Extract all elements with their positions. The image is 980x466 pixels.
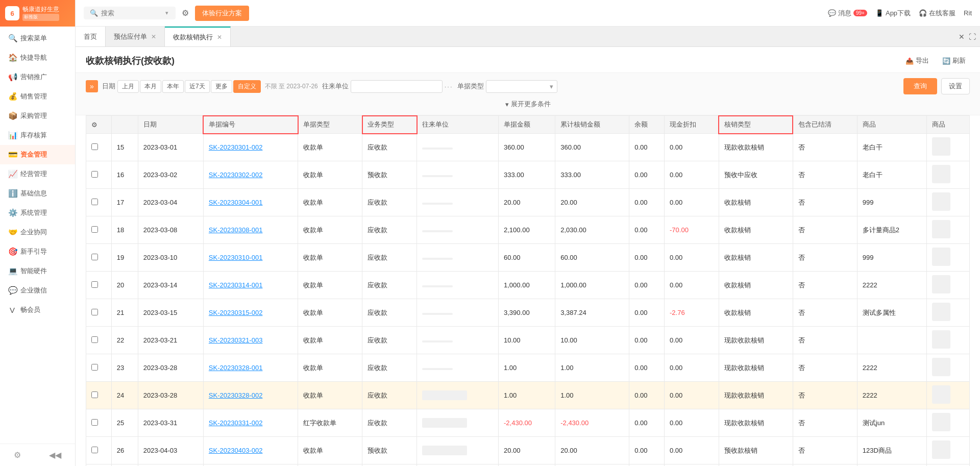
bill-no-link[interactable]: SK-20230310-001 bbox=[209, 254, 263, 261]
topbar-gear-icon[interactable]: ⚙ bbox=[182, 8, 189, 18]
th-amount: 单据金额 bbox=[499, 116, 555, 134]
bill-no-link[interactable]: SK-20230301-002 bbox=[209, 143, 263, 151]
cell-include-settled: 否 bbox=[793, 244, 857, 272]
filter-query-button[interactable]: 查询 bbox=[903, 78, 937, 94]
close-window-icon[interactable]: ✕ bbox=[959, 33, 965, 41]
th-include-settled: 包含已结清 bbox=[793, 116, 857, 134]
filter-settings-button[interactable]: 设置 bbox=[941, 78, 970, 94]
filter-7days-btn[interactable]: 近7天 bbox=[185, 80, 210, 93]
solution-button[interactable]: 体验行业方案 bbox=[195, 6, 249, 21]
wechat-icon: 💬 bbox=[8, 286, 16, 295]
cell-checkbox[interactable] bbox=[86, 299, 112, 327]
cell-checkbox[interactable] bbox=[86, 354, 112, 382]
cell-checkbox[interactable] bbox=[86, 382, 112, 409]
bill-no-link[interactable]: SK-20230328-002 bbox=[209, 391, 263, 399]
cell-biz-type: 预收款 bbox=[362, 437, 417, 464]
bill-no-link[interactable]: SK-20230331-002 bbox=[209, 419, 263, 427]
service-action[interactable]: 🎧 在线客服 bbox=[919, 9, 955, 18]
sidebar-item-hardware[interactable]: 💻智能硬件 bbox=[0, 261, 75, 281]
sidebar-item-wechat[interactable]: 💬企业微信 bbox=[0, 281, 75, 300]
refresh-button[interactable]: 🔄 刷新 bbox=[938, 54, 970, 67]
bill-no-link[interactable]: SK-20230314-001 bbox=[209, 281, 263, 289]
tab-verify-label: 收款核销执行 bbox=[173, 33, 213, 42]
tab-pending-close-icon[interactable]: ✕ bbox=[151, 33, 156, 40]
maximize-icon[interactable]: ⛶ bbox=[969, 33, 976, 41]
cell-product: 2222 bbox=[857, 272, 927, 299]
bill-no-link[interactable]: SK-20230328-001 bbox=[209, 364, 263, 372]
filter-last-month-btn[interactable]: 上月 bbox=[117, 80, 139, 93]
sidebar-item-member[interactable]: V畅会员 bbox=[0, 300, 75, 320]
filter-custom-btn[interactable]: 自定义 bbox=[233, 80, 261, 93]
filter-partner-input[interactable] bbox=[351, 80, 443, 93]
cell-bill-no: SK-20230310-001 bbox=[203, 244, 298, 272]
cell-checkbox[interactable] bbox=[86, 216, 112, 244]
export-button[interactable]: 📤 导出 bbox=[901, 54, 933, 67]
user-avatar[interactable]: Rit bbox=[964, 9, 972, 17]
bill-no-link[interactable]: SK-20230302-002 bbox=[209, 171, 263, 179]
operations-icon: 📈 bbox=[8, 169, 16, 179]
bill-no-link[interactable]: SK-20230308-001 bbox=[209, 226, 263, 234]
sidebar-item-basic[interactable]: ℹ️基础信息 bbox=[0, 184, 75, 203]
tab-home-label: 首页 bbox=[84, 32, 97, 41]
bill-no-link[interactable]: SK-20230403-002 bbox=[209, 447, 263, 454]
sidebar-item-guide[interactable]: 🎯新手引导 bbox=[0, 242, 75, 261]
cell-verify-type: 现款收款核销 bbox=[719, 464, 793, 467]
cell-checkbox[interactable] bbox=[86, 189, 112, 216]
topbar: 🔍 ▾ ⚙ 体验行业方案 💬 消息 99+ 📱 App下载 🎧 在线客服 Rit bbox=[76, 0, 980, 27]
sidebar-settings-icon[interactable]: ⚙ bbox=[10, 448, 25, 462]
tab-verify[interactable]: 收款核销执行 ✕ bbox=[165, 27, 231, 46]
th-gear[interactable]: ⚙ bbox=[86, 116, 112, 134]
cell-checkbox[interactable] bbox=[86, 409, 112, 437]
cell-checkbox[interactable] bbox=[86, 244, 112, 272]
tab-verify-close-icon[interactable]: ✕ bbox=[217, 34, 222, 41]
cell-checkbox[interactable] bbox=[86, 327, 112, 354]
filter-more-date-btn[interactable]: 更多 bbox=[211, 80, 232, 93]
filter-expand-button[interactable]: » bbox=[86, 80, 98, 92]
cell-amount: 2,100.00 bbox=[499, 216, 555, 244]
cell-rownum: 16 bbox=[111, 161, 138, 189]
filter-more-conditions-btn[interactable]: ▾ 展开更多条件 bbox=[505, 100, 551, 109]
sidebar-item-operations[interactable]: 📈经营管理 bbox=[0, 164, 75, 184]
cell-checkbox[interactable] bbox=[86, 464, 112, 467]
cell-product: 2222 bbox=[857, 354, 927, 382]
sidebar-item-system[interactable]: ⚙️系统管理 bbox=[0, 203, 75, 223]
table-body: 15 2023-03-01 SK-20230301-002 收款单 应收款 36… bbox=[86, 134, 970, 467]
bill-no-link[interactable]: SK-20230304-001 bbox=[209, 199, 263, 206]
th-rownum bbox=[111, 116, 138, 134]
page-header: 收款核销执行(按收款) 📤 导出 🔄 刷新 bbox=[76, 47, 980, 73]
cell-product2 bbox=[927, 464, 970, 467]
cell-checkbox[interactable] bbox=[86, 134, 112, 161]
sidebar-item-search[interactable]: 🔍搜索菜单 bbox=[0, 29, 75, 48]
filter-bill-type-select[interactable] bbox=[486, 80, 557, 93]
sidebar-item-sales[interactable]: 💰销售管理 bbox=[0, 87, 75, 106]
message-action[interactable]: 💬 消息 99+ bbox=[828, 9, 867, 18]
cell-checkbox[interactable] bbox=[86, 272, 112, 299]
bill-no-link[interactable]: SK-20230321-003 bbox=[209, 336, 263, 344]
bill-no-link[interactable]: SK-20230315-002 bbox=[209, 309, 263, 316]
sidebar-item-purchase[interactable]: 📦采购管理 bbox=[0, 106, 75, 126]
app-download-action[interactable]: 📱 App下载 bbox=[875, 9, 911, 18]
filter-this-year-btn[interactable]: 本年 bbox=[162, 80, 184, 93]
sidebar-item-enterprise[interactable]: 🤝企业协同 bbox=[0, 223, 75, 242]
topbar-search-area[interactable]: 🔍 ▾ bbox=[84, 7, 176, 19]
tab-home[interactable]: 首页 bbox=[76, 27, 106, 46]
filter-this-month-btn[interactable]: 本月 bbox=[140, 80, 161, 93]
page-header-actions: 📤 导出 🔄 刷新 bbox=[901, 54, 970, 67]
cell-checkbox[interactable] bbox=[86, 437, 112, 464]
sidebar-item-inventory[interactable]: 📊库存核算 bbox=[0, 126, 75, 145]
sidebar-item-label-shortcut: 快捷导航 bbox=[20, 53, 47, 62]
cell-rownum: 15 bbox=[111, 134, 138, 161]
cell-verify-type: 收款核销 bbox=[719, 299, 793, 327]
cell-biz-type: 应收款 bbox=[362, 354, 417, 382]
sidebar-item-shortcut[interactable]: 🏠快捷导航 bbox=[0, 48, 75, 67]
basic-icon: ℹ️ bbox=[8, 189, 16, 198]
cell-bill-type: 收款单 bbox=[298, 189, 362, 216]
sidebar-collapse-icon[interactable]: ◀◀ bbox=[45, 448, 65, 462]
topbar-search-input[interactable] bbox=[101, 9, 162, 17]
tab-pending[interactable]: 预估应付单 ✕ bbox=[106, 27, 165, 46]
filter-date-range: 不限 至 2023-07-26 bbox=[265, 82, 318, 91]
sidebar-item-marketing[interactable]: 📢营销推广 bbox=[0, 67, 75, 87]
sidebar-item-finance[interactable]: 💳资金管理 bbox=[0, 145, 75, 164]
cell-checkbox[interactable] bbox=[86, 161, 112, 189]
cell-rownum: 17 bbox=[111, 189, 138, 216]
